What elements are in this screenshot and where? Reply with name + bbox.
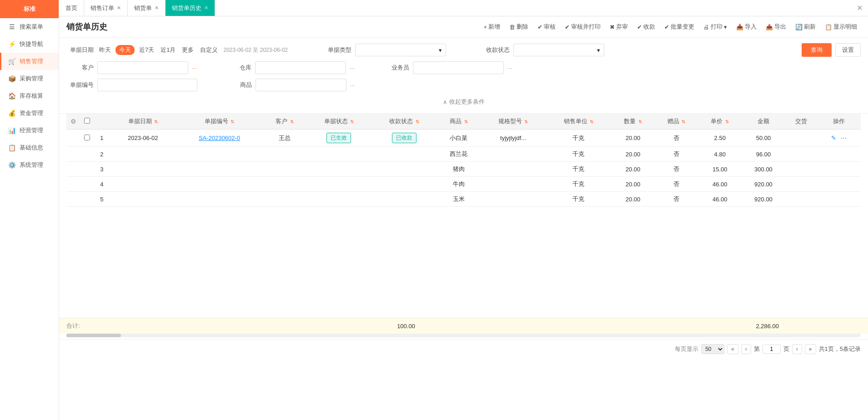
tab-sales-history-close[interactable]: ✕ xyxy=(204,5,208,11)
sidebar-item-purchase[interactable]: 📦 采购管理 xyxy=(0,70,59,87)
column-customer[interactable]: 客户 ⇅ xyxy=(263,114,306,130)
salesperson-input[interactable] xyxy=(413,61,504,74)
tab-home[interactable]: 首页 xyxy=(59,0,84,16)
sidebar-item-basic-info[interactable]: 📋 基础信息 xyxy=(0,139,59,156)
goods-select-btn[interactable]: ··· xyxy=(350,82,355,89)
row-checkbox[interactable] xyxy=(80,130,94,147)
footer-values: 100.00 2,286.00 xyxy=(84,323,861,330)
column-settings-btn[interactable]: ⚙ xyxy=(70,118,76,125)
date-shortcut-custom[interactable]: 自定义 xyxy=(198,45,220,55)
next-page-btn[interactable]: › xyxy=(792,344,802,354)
doc-no-input[interactable] xyxy=(97,79,197,91)
sidebar-item-finance[interactable]: 💰 资金管理 xyxy=(0,105,59,122)
row-unit-price: 46.00 xyxy=(698,192,742,207)
tab-sales-order-close[interactable]: ✕ xyxy=(117,5,121,11)
more-op-btn[interactable]: ⋯ xyxy=(839,135,848,141)
tab-sales-order[interactable]: 销售订单 ✕ xyxy=(84,0,128,16)
goods-input[interactable] xyxy=(256,79,346,91)
date-shortcut-today[interactable]: 今天 xyxy=(115,45,135,55)
first-page-btn[interactable]: « xyxy=(727,344,738,354)
row-checkbox[interactable] xyxy=(80,147,94,162)
row-transaction xyxy=(785,130,817,147)
row-unit-price: 15.00 xyxy=(698,162,742,177)
show-detail-button[interactable]: 📋 显示明细 xyxy=(821,21,861,33)
tab-bar: 首页 销售订单 ✕ 销货单 ✕ 销货单历史 ✕ ✕ xyxy=(59,0,868,16)
sidebar-item-inventory[interactable]: 🏠 库存核算 xyxy=(0,87,59,105)
collect-button[interactable]: ✔ 收款 xyxy=(633,21,659,33)
column-doc-status[interactable]: 单据状态 ⇅ xyxy=(306,114,372,130)
warehouse-input[interactable] xyxy=(255,61,346,74)
row-spec-type xyxy=(481,192,546,207)
date-shortcut-yesterday[interactable]: 昨天 xyxy=(97,45,113,55)
payment-status-select[interactable]: ▾ xyxy=(513,44,604,56)
customer-input[interactable] xyxy=(97,61,188,74)
export-button[interactable]: 📤 导出 xyxy=(762,21,790,33)
horizontal-scrollbar[interactable] xyxy=(66,334,861,337)
row-checkbox[interactable] xyxy=(80,162,94,177)
doc-type-select[interactable]: ▾ xyxy=(355,44,446,56)
abandon-button[interactable]: ✖ 弃审 xyxy=(606,21,632,33)
row-doc-status xyxy=(306,162,372,177)
date-shortcut-more[interactable]: 更多 xyxy=(180,45,196,55)
table-row: 2 西兰花 千克 20.00 否 4.80 96.00 xyxy=(66,147,861,162)
row-transaction xyxy=(785,162,817,177)
column-payment-status[interactable]: 收款状态 ⇅ xyxy=(371,114,437,130)
page-size-select[interactable]: 50 100 200 xyxy=(701,344,724,354)
sidebar-item-operations[interactable]: 📊 经营管理 xyxy=(0,122,59,139)
import-icon: 📥 xyxy=(736,24,743,30)
page-number-input[interactable] xyxy=(763,345,781,354)
warehouse-select-btn[interactable]: ··· xyxy=(350,65,355,71)
sidebar-item-system[interactable]: ⚙️ 系统管理 xyxy=(0,156,59,174)
row-payment-status xyxy=(371,192,437,207)
column-unit-price[interactable]: 单价 ⇅ xyxy=(698,114,742,130)
trash-icon: 🗑 xyxy=(509,24,515,30)
row-checkbox[interactable] xyxy=(80,177,94,192)
query-button[interactable]: 查询 xyxy=(802,43,832,57)
column-quantity[interactable]: 数量 ⇅ xyxy=(611,114,655,130)
row-amount: 920.00 xyxy=(742,177,785,192)
tab-sales-delivery[interactable]: 销货单 ✕ xyxy=(128,0,166,16)
doc-no-link[interactable]: SA-20230602-0 xyxy=(199,135,240,141)
column-gift[interactable]: 赠品 ⇅ xyxy=(655,114,698,130)
tab-sales-history[interactable]: 销货单历史 ✕ xyxy=(166,0,215,16)
customer-select-btn[interactable]: ··· xyxy=(192,65,197,71)
import-button[interactable]: 📥 导入 xyxy=(733,21,760,33)
date-shortcut-7days[interactable]: 近7天 xyxy=(137,45,156,55)
sidebar-item-search-menu[interactable]: ☰ 搜索菜单 xyxy=(0,18,59,35)
column-doc-no[interactable]: 单据编号 ⇅ xyxy=(176,114,263,130)
column-goods[interactable]: 商品 ⇅ xyxy=(437,114,481,130)
row-checkbox[interactable] xyxy=(80,192,94,207)
refresh-button[interactable]: 🔄 刷新 xyxy=(792,21,819,33)
column-sales-unit[interactable]: 销售单位 ⇅ xyxy=(546,114,611,130)
column-doc-date[interactable]: 单据日期 ⇅ xyxy=(110,114,176,130)
date-shortcuts: 昨天 今天 近7天 近1月 更多 自定义 xyxy=(97,45,220,55)
audit-button[interactable]: ✔ 审核 xyxy=(534,21,559,33)
row-select-checkbox[interactable] xyxy=(84,135,90,140)
delete-button[interactable]: 🗑 删除 xyxy=(506,21,532,33)
last-page-btn[interactable]: » xyxy=(805,344,816,354)
row-doc-no[interactable]: SA-20230602-0 xyxy=(176,130,263,147)
prev-page-btn[interactable]: ‹ xyxy=(741,344,751,354)
audit-print-button[interactable]: ✔ 审核并打印 xyxy=(561,21,604,33)
filter-settings-button[interactable]: 设置 xyxy=(835,43,861,57)
batch-change-button[interactable]: ✔ 批量变更 xyxy=(661,21,698,33)
export-icon: 📤 xyxy=(766,24,773,30)
print-button[interactable]: 🖨 打印 ▾ xyxy=(700,21,731,33)
tab-bar-close-btn[interactable]: ✕ xyxy=(851,4,868,12)
date-shortcut-1month[interactable]: 近1月 xyxy=(159,45,177,55)
scrollbar-thumb[interactable] xyxy=(66,334,121,337)
salesperson-select-btn[interactable]: ··· xyxy=(507,65,512,71)
row-sales-unit: 千克 xyxy=(546,162,611,177)
column-settings[interactable]: ⚙ xyxy=(66,114,80,130)
edit-op-btn[interactable]: ✎ xyxy=(830,135,838,141)
customer-label: 客户 xyxy=(66,64,94,72)
column-spec-type[interactable]: 规格型号 ⇅ xyxy=(481,114,546,130)
collapse-button[interactable]: ∧ 收起更多条件 xyxy=(66,96,861,108)
sidebar-item-sales[interactable]: 🛒 销售管理 xyxy=(0,53,59,70)
sidebar-item-quick-nav[interactable]: ⚡ 快捷导航 xyxy=(0,35,59,53)
select-all-checkbox[interactable] xyxy=(84,118,90,124)
row-operation xyxy=(817,147,861,162)
chevron-down-icon-2: ▾ xyxy=(597,47,600,54)
tab-sales-delivery-close[interactable]: ✕ xyxy=(155,5,159,11)
new-button[interactable]: + 新增 xyxy=(480,21,504,33)
